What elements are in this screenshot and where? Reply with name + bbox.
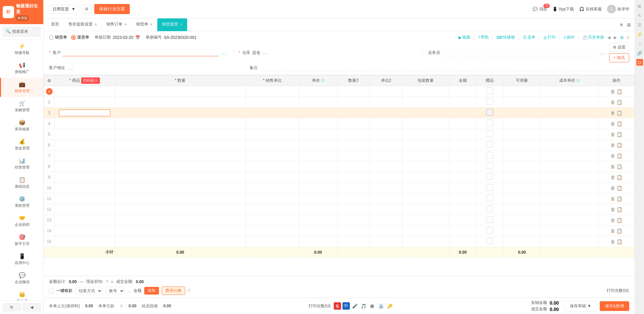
sidebar-item-marketing[interactable]: 📢 营销推广 — [0, 59, 43, 78]
pack-qty-cell[interactable] — [402, 86, 449, 97]
sidebar-item-operations[interactable]: 📊 经营管理 — [0, 154, 43, 173]
amount-cell[interactable] — [449, 108, 476, 118]
panel-item-5[interactable]: ☆ — [636, 40, 643, 47]
qty-cell[interactable] — [115, 215, 246, 226]
sales-unit-cell[interactable] — [246, 226, 299, 236]
settings-button[interactable]: ⚙ 设置 — [609, 43, 629, 52]
delete-icon[interactable]: 🗑 — [610, 228, 615, 234]
qty-cell[interactable] — [115, 172, 246, 183]
cost-price-cell[interactable] — [540, 161, 598, 172]
app-download-link[interactable]: 📱 App下载 — [552, 6, 574, 12]
industry-selector[interactable]: 日用百货 ▼ — [49, 5, 79, 14]
sales-unit-cell[interactable] — [246, 108, 299, 118]
qty2-cell[interactable] — [337, 108, 370, 118]
pack-qty-cell[interactable] — [402, 129, 449, 140]
copy-icon[interactable]: 📋 — [616, 217, 622, 223]
copy-icon[interactable]: 📋 — [616, 121, 622, 126]
staff-select-dots[interactable]: ... — [600, 50, 606, 56]
cost-price-cell[interactable] — [540, 129, 598, 140]
sales-unit-cell[interactable] — [246, 118, 299, 129]
fee-help-icon[interactable]: ? — [188, 289, 190, 293]
cost-price-cell[interactable] — [540, 172, 598, 183]
account-dots[interactable]: ... — [127, 289, 131, 293]
unit2-cell[interactable] — [370, 161, 402, 172]
available-cell[interactable] — [503, 108, 540, 118]
available-cell[interactable] — [503, 86, 540, 97]
sidebar-item-enterprise-wechat[interactable]: 💬 企业微信 — [0, 269, 43, 288]
available-cell[interactable] — [503, 236, 540, 247]
qty2-cell[interactable] — [337, 161, 370, 172]
qty-cell[interactable] — [115, 236, 246, 247]
icon-music[interactable]: 🎵 — [360, 302, 367, 310]
pack-qty-cell[interactable] — [402, 108, 449, 118]
col-settings[interactable]: ⚙ — [44, 75, 55, 86]
pack-qty-cell[interactable] — [402, 118, 449, 129]
customer-input[interactable] — [63, 49, 219, 56]
copy-icon[interactable]: 📋 — [616, 239, 622, 244]
qty2-cell[interactable] — [337, 183, 370, 193]
operation-link[interactable]: ≡ 操作 — [564, 35, 575, 40]
sidebar-item-vip[interactable]: 👑 畅会员 — [0, 288, 43, 300]
history-link[interactable]: 🕐 历史单据 — [582, 35, 604, 40]
qty-cell[interactable] — [115, 150, 246, 161]
available-cell[interactable] — [503, 183, 540, 193]
amount-cell[interactable] — [449, 204, 476, 215]
cost-price-cell[interactable] — [540, 86, 598, 97]
delete-icon[interactable]: 🗑 — [610, 185, 615, 191]
sidebar-item-finance[interactable]: 💰 资金管理 — [0, 135, 43, 154]
delete-icon[interactable]: 🗑 — [610, 89, 615, 94]
cost-price-cell[interactable] — [540, 140, 598, 150]
pack-qty-cell[interactable] — [402, 172, 449, 183]
qty2-cell[interactable] — [337, 172, 370, 183]
qty-cell[interactable] — [115, 204, 246, 215]
unit2-cell[interactable] — [370, 183, 402, 193]
available-cell[interactable] — [503, 161, 540, 172]
amount-cell[interactable] — [449, 236, 476, 247]
goods-cell[interactable] — [55, 183, 115, 193]
cost-price-tip-icon[interactable]: ⓘ — [576, 79, 580, 82]
calendar-icon[interactable]: 📅 — [135, 35, 140, 40]
gift-cell[interactable] — [476, 204, 503, 215]
available-cell[interactable] — [503, 97, 540, 108]
grid-view-icon[interactable]: ⊞ — [620, 35, 624, 40]
qty-cell[interactable] — [115, 140, 246, 150]
discount-help-icon[interactable]: ? — [106, 279, 108, 284]
cost-price-cell[interactable] — [540, 236, 598, 247]
cost-price-cell[interactable] — [540, 118, 598, 129]
goods-cell[interactable] — [55, 193, 115, 204]
icon-key[interactable]: 🔑 — [386, 302, 393, 310]
unit-price-cell[interactable] — [299, 172, 337, 183]
delete-icon[interactable]: 🗑 — [610, 217, 615, 223]
pack-qty-cell[interactable] — [402, 236, 449, 247]
amount-cell[interactable] — [449, 172, 476, 183]
unit-price-cell[interactable] — [299, 236, 337, 247]
unit2-cell[interactable] — [370, 236, 402, 247]
save-draft-button[interactable]: 保存草稿 ▼ — [564, 301, 597, 311]
delete-icon[interactable]: 🗑 — [610, 164, 615, 169]
panel-item-7[interactable]: ⊡ — [636, 59, 643, 66]
sales-unit-cell[interactable] — [246, 161, 299, 172]
unit-price-tip-icon[interactable]: ⓘ — [321, 79, 324, 82]
qty-cell[interactable] — [115, 161, 246, 172]
sales-unit-cell[interactable] — [246, 86, 299, 97]
panel-item-6[interactable]: 🔗 — [636, 50, 643, 56]
sidebar-settings-button[interactable]: ⚙ — [3, 303, 21, 311]
list-view-icon[interactable]: ≡ — [627, 35, 629, 40]
gift-cell[interactable] — [476, 150, 503, 161]
panel-item-4[interactable]: ⚡ — [636, 31, 643, 38]
available-cell[interactable] — [503, 129, 540, 140]
gift-cell[interactable] — [476, 108, 503, 118]
gift-cell[interactable] — [476, 193, 503, 204]
qty2-cell[interactable] — [337, 193, 370, 204]
delete-icon[interactable]: 🗑 — [610, 196, 615, 201]
unit-price-cell[interactable] — [299, 204, 337, 215]
copy-icon[interactable]: 📋 — [616, 110, 622, 116]
qty-cell[interactable] — [115, 226, 246, 236]
qty-cell[interactable] — [115, 129, 246, 140]
sidebar-item-app-center[interactable]: 📱 应用中心 — [0, 250, 43, 269]
search-menu-button[interactable]: 🔍 搜索菜单 — [3, 27, 41, 37]
pack-qty-cell[interactable] — [402, 204, 449, 215]
unit-price-cell[interactable] — [299, 183, 337, 193]
close-icon[interactable]: × — [150, 22, 153, 27]
goods-cell[interactable] — [55, 204, 115, 215]
